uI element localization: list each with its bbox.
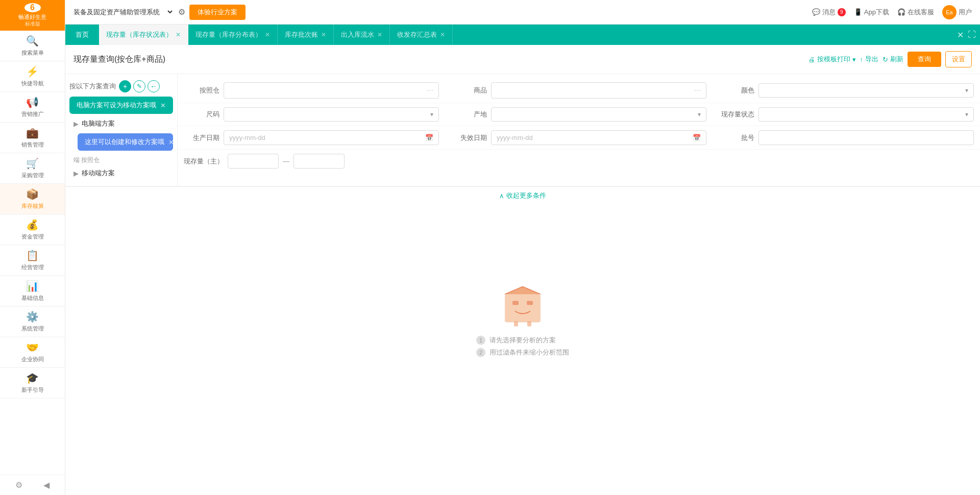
page-header: 现存量查询(按仓库+商品) 🖨 按模板打印 ▾ ↑ 导出 ↻ 刷新 查询 设置	[65, 45, 980, 74]
scheme-label: 按以下方案查询	[69, 82, 116, 91]
empty-state: 1 请先选择要分析的方案 2 用过滤条件来缩小分析范围	[65, 204, 980, 409]
sidebar-item-sales[interactable]: 💼 销售管理	[0, 123, 65, 153]
tab-label: 库存批次账	[285, 30, 318, 39]
svg-rect-6	[514, 321, 518, 326]
sidebar-item-operations[interactable]: 📋 经营管理	[0, 245, 65, 276]
user-menu-btn[interactable]: Ea 用户	[942, 5, 972, 19]
try-solution-button[interactable]: 体验行业方案	[189, 5, 246, 20]
tooltip2-close-btn[interactable]: ✕	[168, 138, 174, 146]
field-color: 颜色 ▾	[713, 78, 980, 103]
origin-select[interactable]: ▾	[491, 107, 706, 122]
tab-close-icon[interactable]: ✕	[440, 31, 445, 38]
tab-batch-ledger[interactable]: 库存批次账 ✕	[278, 25, 334, 45]
query-button[interactable]: 查询	[908, 52, 941, 67]
tab-receive-send[interactable]: 收发存汇总表 ✕	[390, 25, 453, 45]
expiry-date-input[interactable]: yyyy-mm-dd 📅	[491, 130, 706, 145]
sidebar: 6 畅通好生意 标准版 🔍 搜索菜单 ⚡ 快捷导航 📢 营销推广 💼 销售管理 …	[0, 0, 65, 495]
settings-footer-btn[interactable]: ⚙	[15, 480, 22, 490]
sidebar-footer: ⚙ ◀	[0, 475, 65, 495]
online-support-btn[interactable]: 🎧 在线客服	[897, 8, 934, 17]
tab-close-icon[interactable]: ✕	[265, 31, 270, 38]
sidebar-item-basic[interactable]: 📊 基础信息	[0, 276, 65, 307]
tab-expand-icon[interactable]: ⛶	[968, 30, 976, 39]
export-button[interactable]: ↑ 导出	[860, 55, 879, 64]
expiry-date-label: 失效日期	[451, 133, 487, 143]
app-download-btn[interactable]: 📱 App下载	[854, 8, 889, 17]
tab-inventory-status[interactable]: 现存量（库存状况表） ✕	[99, 25, 188, 45]
tab-close-icon[interactable]: ✕	[321, 31, 326, 38]
form-row-1: 按照仓 ··· 商品 ··· 颜色	[178, 78, 980, 103]
empty-content: 1 请先选择要分析的方案 2 用过滤条件来缩小分析范围	[476, 276, 569, 357]
basic-icon: 📊	[26, 280, 39, 292]
sidebar-item-system[interactable]: ⚙️ 系统管理	[0, 307, 65, 337]
sidebar-item-label: 快捷导航	[21, 80, 44, 87]
batch-input[interactable]	[758, 130, 974, 145]
svg-rect-5	[527, 301, 533, 305]
sidebar-item-guide[interactable]: 🎓 新手引导	[0, 368, 65, 398]
tab-close-icon[interactable]: ✕	[176, 31, 181, 38]
tab-in-out-flow[interactable]: 出入库流水 ✕	[334, 25, 390, 45]
stock-status-select[interactable]: ▾	[758, 107, 974, 122]
calendar-icon2[interactable]: 📅	[693, 134, 701, 142]
sidebar-item-enterprise[interactable]: 🤝 企业协同	[0, 337, 65, 368]
sidebar-item-finance[interactable]: 💰 资金管理	[0, 215, 65, 245]
header-right: 💬 消息 9 📱 App下载 🎧 在线客服 Ea 用户	[812, 5, 972, 19]
add-scheme-btn[interactable]: +	[119, 80, 131, 92]
message-badge: 9	[838, 8, 846, 16]
empty-tips: 1 请先选择要分析的方案 2 用过滤条件来缩小分析范围	[476, 336, 569, 357]
refresh-icon: ↻	[883, 56, 888, 63]
warehouse-select[interactable]: ···	[224, 82, 439, 99]
tip-num-2: 2	[476, 348, 485, 357]
sidebar-item-inventory[interactable]: 📦 库存核算	[0, 184, 65, 215]
tab-bar: 首页 现存量（库存状况表） ✕ 现存量（库存分布表） ✕ 库存批次账 ✕ 出入库…	[65, 25, 980, 45]
system-select[interactable]	[164, 8, 174, 16]
tab-bar-right: ✕ ⛶	[953, 25, 980, 45]
empty-tip-1-text: 请先选择要分析的方案	[489, 336, 556, 345]
header-settings-icon[interactable]: ⚙	[178, 7, 185, 17]
template-print-button[interactable]: 🖨 按模板打印 ▾	[808, 55, 856, 64]
app-download-label: App下载	[864, 8, 889, 17]
svg-rect-0	[505, 294, 541, 322]
production-date-input[interactable]: yyyy-mm-dd 📅	[224, 130, 439, 145]
sidebar-item-search[interactable]: 🔍 搜索菜单	[0, 31, 65, 61]
tab-label: 出入库流水	[341, 30, 374, 39]
product-select[interactable]: ···	[491, 82, 706, 99]
query-fields: 按照仓 ··· 商品 ··· 颜色	[178, 74, 980, 186]
logo-icon: 6	[24, 3, 41, 12]
collapse-bar[interactable]: ∧ 收起更多条件	[65, 186, 980, 204]
desktop-scheme-item[interactable]: ▶ 电脑端方案	[69, 117, 173, 130]
message-btn[interactable]: 💬 消息 9	[812, 8, 846, 17]
refresh-button[interactable]: ↻ 刷新	[883, 55, 903, 64]
calendar-icon[interactable]: 📅	[425, 134, 433, 142]
more-options-icon2[interactable]: ···	[694, 86, 701, 95]
sidebar-item-marketing[interactable]: 📢 营销推广	[0, 92, 65, 123]
setting-button[interactable]: 设置	[945, 51, 972, 67]
system-icon: ⚙️	[26, 311, 39, 323]
production-date-placeholder: yyyy-mm-dd	[229, 134, 265, 142]
tab-home[interactable]: 首页	[65, 25, 99, 45]
size-select[interactable]: ▾	[224, 107, 439, 122]
sidebar-item-label: 销售管理	[21, 141, 44, 149]
field-warehouse: 按照仓 ···	[178, 78, 445, 103]
arrow-scheme-btn[interactable]: ←	[148, 80, 160, 92]
field-production-date: 生产日期 yyyy-mm-dd 📅	[178, 126, 445, 149]
scheme-arrow-mobile: ▶	[74, 170, 79, 177]
edit-scheme-btn[interactable]: ✎	[133, 80, 145, 92]
tab-close-icon[interactable]: ✕	[377, 31, 382, 38]
app-badge: 标准版	[25, 20, 40, 28]
qty-max-input[interactable]	[293, 154, 345, 169]
support-icon: 🎧	[897, 8, 905, 16]
tab-close-all-icon[interactable]: ✕	[957, 30, 964, 40]
mobile-scheme-item[interactable]: ▶ 移动端方案	[69, 167, 173, 180]
color-select[interactable]: ▾	[758, 83, 974, 98]
tooltip-close-btn[interactable]: ✕	[160, 102, 166, 109]
operations-icon: 📋	[26, 249, 39, 262]
sidebar-item-purchase[interactable]: 🛒 采购管理	[0, 153, 65, 184]
qty-min-input[interactable]	[228, 154, 279, 169]
scheme-header: 按以下方案查询 + ✎ ←	[69, 80, 173, 92]
collapse-sidebar-btn[interactable]: ◀	[43, 480, 50, 490]
tab-inventory-dist[interactable]: 现存量（库存分布表） ✕	[188, 25, 278, 45]
filter-container: 按以下方案查询 + ✎ ← 电脑方案可设为移动方案哦 ✕	[65, 74, 980, 186]
more-options-icon[interactable]: ···	[427, 86, 433, 95]
sidebar-item-quick-nav[interactable]: ⚡ 快捷导航	[0, 61, 65, 92]
